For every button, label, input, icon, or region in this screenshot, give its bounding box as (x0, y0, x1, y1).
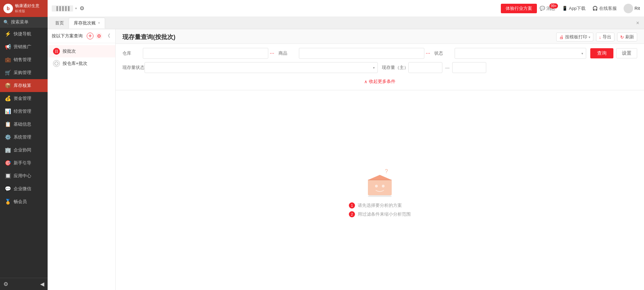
plan-list: 目 按批次 按仓库+批次 (48, 43, 115, 72)
plan-item-batch[interactable]: 目 按批次 (48, 45, 115, 57)
stock-qty-filter: 现存量（主） — (382, 62, 637, 73)
enterprise-icon: 🏢 (5, 147, 11, 153)
sidebar-item-shortcut[interactable]: ⚡ 快捷导航 (0, 28, 48, 40)
empty-illustration: ? (359, 163, 400, 197)
tab-inventory-batch[interactable]: 库存批次账 × (69, 18, 105, 29)
empty-tip-1: 1 请先选择要分析的方案 (349, 202, 411, 209)
tab-close-icon[interactable]: × (98, 21, 100, 25)
message-icon-item[interactable]: 💬 消息 99+ (540, 5, 555, 12)
message-icon: 💬 (540, 6, 545, 11)
tip-num-2: 2 (349, 211, 355, 217)
tip-text-2: 用过滤条件来缩小分析范围 (358, 211, 411, 217)
svg-rect-2 (368, 180, 392, 195)
industry-solution-button[interactable]: 体验行业方案 (501, 4, 537, 13)
sidebar-item-operations[interactable]: 📊 经营管理 (0, 105, 48, 118)
plan-settings-button[interactable]: ⚙ (96, 33, 102, 39)
export-button[interactable]: ↓ 导出 (596, 33, 615, 41)
product-input[interactable] (299, 48, 424, 59)
sidebar-item-sales[interactable]: 💼 销售管理 (0, 53, 48, 66)
sidebar-item-apps[interactable]: 🔲 应用中心 (0, 169, 48, 182)
sidebar-item-member[interactable]: 🏅 畅会员 (0, 195, 48, 208)
breadcrumb-arrow[interactable]: ▾ (75, 6, 77, 10)
sidebar-item-finance[interactable]: 💰 资金管理 (0, 92, 48, 105)
svg-marker-3 (368, 175, 392, 180)
refresh-label: 刷新 (625, 34, 634, 40)
stock-qty-label: 现存量（主） (382, 65, 408, 71)
settings-icon[interactable]: ⚙ (3, 281, 8, 287)
stock-qty-dash: — (442, 65, 452, 70)
inventory-icon: 📦 (5, 83, 11, 89)
sidebar-item-label: 销售管理 (14, 57, 31, 63)
collapse-filter-row[interactable]: ∧ 收起更多条件 (122, 76, 637, 86)
stock-qty-max-input[interactable] (452, 62, 486, 73)
breadcrumb: ▐▐▐▐▐ ▾ (52, 5, 77, 12)
sidebar-item-label: 快捷导航 (14, 31, 31, 37)
add-plan-button[interactable]: + (87, 33, 94, 39)
warehouse-input[interactable] (143, 48, 268, 59)
sidebar: b 畅康通好生意 标准版 🔍 搜索菜单 ⚡ 快捷导航 📢 营销推广 💼 (0, 0, 48, 290)
operations-icon: 📊 (5, 108, 11, 114)
app-download-item[interactable]: 📱 App下载 (562, 5, 586, 12)
print-button[interactable]: 🖨 按模板打印 ▾ (556, 33, 593, 41)
sidebar-item-label: 新手引导 (14, 160, 31, 166)
sidebar-item-wechat[interactable]: 💬 企业微信 (0, 182, 48, 195)
export-icon: ↓ (599, 35, 601, 40)
svg-point-5 (375, 185, 378, 187)
sidebar-item-purchase[interactable]: 🛒 采购管理 (0, 66, 48, 79)
sidebar-item-enterprise[interactable]: 🏢 企业协同 (0, 144, 48, 157)
topbar: ▐▐▐▐▐ ▾ ⚙ 体验行业方案 💬 消息 99+ 📱 App下载 🎧 在线客服… (48, 0, 644, 17)
settings-button[interactable]: 设置 (616, 48, 637, 58)
plan-label-batch: 按批次 (63, 48, 76, 54)
filter-row-1: 仓库 ··· 商品 ··· 状态 ▾ (122, 48, 637, 59)
avatar (624, 4, 633, 13)
stock-qty-min-input[interactable] (408, 62, 442, 73)
sidebar-item-label: 畅会员 (14, 199, 27, 205)
user-profile-item[interactable]: Rit (624, 4, 640, 13)
status-select[interactable]: ▾ (455, 48, 586, 59)
product-filter: 商品 ··· (278, 48, 430, 59)
print-label: 按模板打印 (565, 34, 587, 40)
collapse-sidebar-icon[interactable]: ◀ (40, 281, 44, 287)
close-main-icon[interactable]: × (634, 20, 641, 26)
empty-tips: 1 请先选择要分析的方案 2 用过滤条件来缩小分析范围 (349, 202, 411, 217)
tab-home[interactable]: 首页 (50, 18, 69, 28)
content-area: 按以下方案查询 + ⚙ 《 目 按批次 按仓库+批次 (48, 29, 644, 290)
left-panel-title: 按以下方案查询 (52, 33, 83, 39)
warehouse-label: 仓库 (122, 50, 143, 56)
print-dropdown-arrow[interactable]: ▾ (589, 35, 590, 39)
collapse-panel-button[interactable]: 《 (104, 33, 111, 39)
sidebar-header: b 畅康通好生意 标准版 (0, 0, 48, 17)
product-dots[interactable]: ··· (426, 50, 430, 56)
refresh-button[interactable]: ↻ 刷新 (617, 33, 637, 41)
tip-num-1: 1 (349, 202, 355, 209)
sidebar-version: 标准版 (15, 9, 39, 14)
plan-item-warehouse-batch[interactable]: 按仓库+批次 (48, 57, 115, 70)
sidebar-item-label: 资金管理 (14, 95, 31, 102)
sidebar-item-marketing[interactable]: 📢 营销推广 (0, 40, 48, 53)
plan-label-warehouse-batch: 按仓库+批次 (63, 60, 87, 67)
member-icon: 🏅 (5, 199, 11, 205)
collapse-icon: ∧ (364, 79, 368, 84)
app-download-label: App下载 (569, 5, 586, 12)
sidebar-item-guide[interactable]: 🎯 新手引导 (0, 157, 48, 169)
breadcrumb-text: ▐▐▐▐▐ (52, 5, 73, 12)
tab-bar: 首页 库存批次账 × × (48, 17, 644, 29)
tip-text-1: 请先选择要分析的方案 (358, 202, 402, 209)
sidebar-item-basics[interactable]: 📋 基础信息 (0, 118, 48, 131)
page-title: 现存量查询(按批次) (122, 33, 175, 41)
online-service-item[interactable]: 🎧 在线客服 (592, 5, 617, 12)
warehouse-filter: 仓库 ··· (122, 48, 274, 59)
gear-icon[interactable]: ⚙ (80, 5, 84, 12)
sidebar-search-menu[interactable]: 🔍 搜索菜单 (0, 17, 48, 28)
svg-text:?: ? (385, 168, 388, 174)
stock-status-label: 现存量状态 (122, 65, 145, 71)
tab-right-area: × (634, 20, 641, 26)
page-header: 现存量查询(按批次) 🖨 按模板打印 ▾ ↓ 导出 ↻ 刷新 (116, 29, 644, 44)
stock-status-select[interactable]: ▾ (145, 62, 378, 73)
query-button[interactable]: 查询 (590, 48, 613, 58)
sidebar-item-system[interactable]: ⚙️ 系统管理 (0, 131, 48, 144)
sidebar-item-inventory[interactable]: 📦 库存核算 (0, 79, 48, 92)
warehouse-dots[interactable]: ··· (270, 50, 274, 56)
right-panel: 现存量查询(按批次) 🖨 按模板打印 ▾ ↓ 导出 ↻ 刷新 (116, 29, 644, 290)
tab-home-label: 首页 (55, 20, 64, 26)
